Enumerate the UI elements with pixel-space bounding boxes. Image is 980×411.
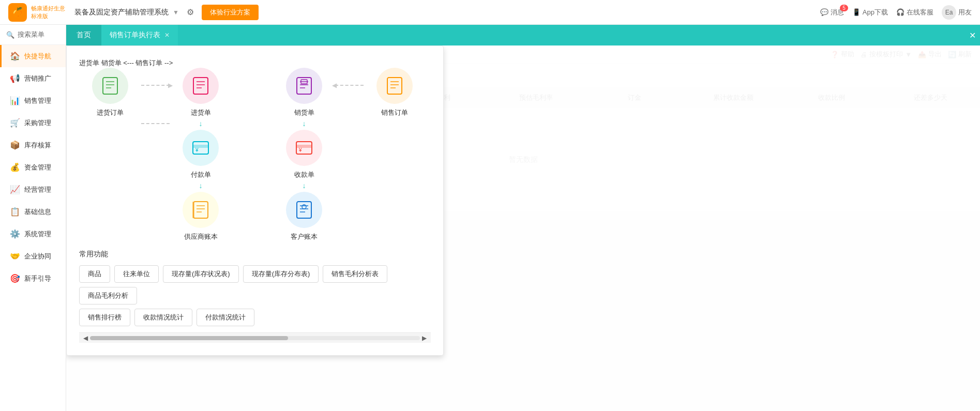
message-button[interactable]: 💬 消息 5	[820, 8, 844, 17]
svg-rect-23	[193, 202, 208, 218]
sales-bill-icon	[286, 68, 322, 104]
app-download-button[interactable]: 📱 App下载	[852, 8, 888, 17]
online-service-button[interactable]: 🎧 在线客服	[896, 8, 933, 17]
top-bar: 🍊 畅康通好生意 标准版 装备及固定资产辅助管理系统 ▼ ⚙ 体验行业方案 💬 …	[0, 0, 980, 25]
scroll-thumb[interactable]	[90, 336, 288, 340]
basic-icon: 📋	[10, 207, 20, 217]
func-btn-partner[interactable]: 往来单位	[114, 265, 159, 283]
app-wrapper: 🍊 畅康通好生意 标准版 装备及固定资产辅助管理系统 ▼ ⚙ 体验行业方案 💬 …	[0, 0, 980, 411]
operation-icon: 📈	[10, 185, 20, 194]
content-area: 首页 销售订单执行表 ✕ ✕ ❓ 帮助	[66, 25, 980, 411]
tab-home[interactable]: 首页	[66, 25, 101, 45]
customer-account-label: 客户账本	[291, 232, 318, 241]
arrow-down-sales: ↓	[303, 117, 306, 130]
func-btn-product-margin[interactable]: 商品毛利分析	[79, 287, 137, 305]
svg-rect-28	[297, 202, 311, 218]
scroll-track[interactable]	[90, 336, 420, 340]
func-btn-product[interactable]: 商品	[79, 265, 110, 283]
payment-node: ¥ 付款单	[170, 130, 232, 179]
sales-order-icon	[376, 68, 413, 104]
supplier-account-label: 供应商账本	[184, 232, 218, 241]
scroll-left-button[interactable]: ◀	[81, 334, 90, 342]
sales-bill-label: 销货单	[294, 108, 314, 117]
purchase-icon: 🛒	[10, 118, 20, 128]
avatar: Ea	[942, 5, 956, 20]
sidebar-search[interactable]: 🔍 搜索菜单	[0, 25, 66, 45]
experience-button[interactable]: 体验行业方案	[202, 5, 259, 20]
receipt-node: ¥ 收款单	[273, 130, 335, 179]
purchase-bill-icon	[183, 68, 219, 104]
scroll-right-button[interactable]: ▶	[420, 334, 429, 342]
newbie-icon: 🎯	[10, 273, 20, 283]
gear-button[interactable]: ⚙	[183, 5, 198, 20]
main-area: 🔍 搜索菜单 🏠 快捷导航 📢 营销推广 📊 销售管理 🛒 采购管理 📦	[0, 25, 980, 411]
purchase-order-node: 进货订单	[79, 68, 141, 117]
tab-close-icon[interactable]: ✕	[164, 32, 170, 39]
tab-sales-order-exec[interactable]: 销售订单执行表 ✕	[101, 25, 178, 45]
sidebar-item-quick-nav[interactable]: 🏠 快捷导航	[0, 45, 66, 67]
sidebar-item-purchase[interactable]: 🛒 采购管理	[0, 112, 66, 134]
arrow-down-purchase: ↓	[199, 117, 203, 130]
sales-order-node: 销售订单	[364, 68, 426, 117]
func-btn-sales-margin[interactable]: 销售毛利分析表	[323, 265, 387, 283]
customer-account-icon	[286, 192, 322, 228]
purchase-order-icon	[92, 68, 128, 104]
payment-icon: ¥	[183, 130, 219, 166]
sidebar-item-operation[interactable]: 📈 经营管理	[0, 178, 66, 201]
arrow-down-payment: ↓	[199, 179, 203, 192]
sidebar-item-finance[interactable]: 💰 资金管理	[0, 156, 66, 178]
purchase-bill-label: 进货单	[191, 108, 211, 117]
sidebar-item-enterprise[interactable]: 🤝 企业协同	[0, 245, 66, 267]
home-icon: 🏠	[10, 51, 20, 61]
svg-rect-13	[387, 78, 402, 94]
logo-area: 🍊 畅康通好生意 标准版	[8, 3, 74, 22]
receipt-icon: ¥	[286, 130, 322, 166]
page-content: ❓ 帮助 🖨 按模板打印 ▼ 📤 导出 🔄	[66, 45, 980, 411]
svg-rect-8	[297, 78, 311, 94]
sales-icon: 📊	[10, 96, 20, 105]
customer-account-node: 客户账本	[273, 192, 335, 241]
inventory-icon: 📦	[10, 140, 20, 150]
svg-rect-27	[192, 202, 194, 218]
logo-text: 畅康通好生意 标准版	[31, 5, 65, 20]
user-menu[interactable]: Ea 用友	[942, 5, 972, 20]
sidebar: 🔍 搜索菜单 🏠 快捷导航 📢 营销推广 📊 销售管理 🛒 采购管理 📦	[0, 25, 66, 411]
sidebar-item-sales[interactable]: 📊 销售管理	[0, 89, 66, 112]
svg-point-32	[302, 205, 306, 209]
svg-text:¥: ¥	[298, 147, 302, 153]
purchase-order-label: 进货订单	[97, 108, 124, 117]
system-icon: ⚙️	[10, 229, 20, 239]
message-icon: 💬	[820, 8, 828, 16]
func-btn-stock-status[interactable]: 现存量(库存状况表)	[163, 265, 239, 283]
func-btn-stock-dist[interactable]: 现存量(库存分布表)	[243, 265, 319, 283]
func-btn-receipt-stats[interactable]: 收款情况统计	[134, 309, 192, 326]
supplier-account-node: 供应商账本	[170, 192, 232, 241]
purchase-bill-node: 进货单	[170, 68, 232, 117]
scroll-bar-area: ◀ ▶	[79, 332, 431, 343]
supplier-account-icon	[183, 192, 219, 228]
sidebar-item-inventory[interactable]: 📦 库存核算	[0, 134, 66, 156]
sidebar-item-marketing[interactable]: 📢 营销推广	[0, 67, 66, 89]
download-icon: 📱	[852, 8, 861, 16]
sidebar-item-system[interactable]: ⚙️ 系统管理	[0, 223, 66, 245]
top-bar-center: 装备及固定资产辅助管理系统 ▼ ⚙ 体验行业方案	[74, 5, 820, 20]
enterprise-icon: 🤝	[10, 251, 20, 261]
message-badge: 5	[840, 5, 848, 11]
dropdown-arrow-icon[interactable]: ▼	[173, 9, 179, 16]
service-icon: 🎧	[896, 8, 904, 16]
receipt-label: 收款单	[294, 170, 314, 179]
func-btn-payment-stats[interactable]: 付款情况统计	[197, 309, 254, 326]
tab-bar: 首页 销售订单执行表 ✕ ✕	[66, 25, 980, 45]
svg-rect-0	[103, 78, 117, 94]
sidebar-item-basic[interactable]: 📋 基础信息	[0, 201, 66, 223]
finance-icon: 💰	[10, 162, 20, 172]
arrow-down-receipt: ↓	[303, 179, 306, 192]
search-icon: 🔍	[6, 31, 14, 39]
tab-close-all-icon[interactable]: ✕	[969, 31, 976, 40]
func-btns-row1: 商品 往来单位 现存量(库存状况表) 现存量(库存分布表) 销售毛利分析表 商品…	[79, 265, 431, 305]
payment-label: 付款单	[191, 170, 211, 179]
sidebar-item-newbie[interactable]: 🎯 新手引导	[0, 267, 66, 290]
marketing-icon: 📢	[10, 73, 20, 83]
svg-text:¥: ¥	[195, 147, 199, 153]
func-btn-sales-ranking[interactable]: 销售排行榜	[79, 309, 130, 326]
